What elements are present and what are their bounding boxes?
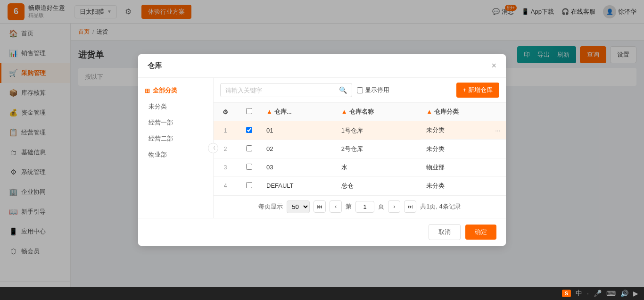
row-code: 03: [261, 158, 336, 176]
table-header-row: ⚙ ▲仓库... ▲仓库名称 ▲仓库分类: [214, 103, 506, 121]
pagination: 每页显示 50 ⏮ ‹ 第 页 › ⏭ 共1页, 4条记录: [214, 195, 506, 218]
sort-icon-cat: ▲: [426, 108, 432, 115]
confirm-button[interactable]: 确定: [465, 225, 496, 240]
row-name: 总仓: [336, 176, 421, 195]
per-page-label: 每页显示: [258, 202, 283, 211]
last-page-button[interactable]: ⏭: [404, 200, 416, 213]
category-item-1[interactable]: 经营一部: [138, 115, 213, 131]
category-sidebar: ⊞ 全部分类 未分类 经营一部 经营二部 物业部 《: [138, 78, 214, 218]
select-all-checkbox[interactable]: [246, 108, 252, 114]
row-number: 4: [214, 176, 237, 195]
status-dot[interactable]: ·: [587, 290, 589, 297]
status-mic[interactable]: 🎤: [594, 290, 602, 297]
status-play[interactable]: ▶: [633, 290, 638, 297]
table-panel: 🔍 显示停用 + 新增仓库 ⚙: [214, 78, 506, 218]
status-lang[interactable]: 中: [576, 289, 582, 298]
row-category: 未分类: [421, 176, 506, 195]
col-name: ▲仓库名称: [336, 103, 421, 121]
row-checkbox-cell: [237, 176, 261, 195]
collapse-button[interactable]: 《: [208, 143, 218, 153]
row-checkbox-cell: [237, 158, 261, 176]
grid-icon: ⊞: [145, 87, 150, 94]
next-page-button[interactable]: ›: [388, 200, 400, 213]
per-page-select[interactable]: 50: [287, 200, 310, 213]
row-checkbox-cell: [237, 121, 261, 140]
row-category: 未分类···: [421, 121, 506, 140]
data-table: ⚙ ▲仓库... ▲仓库名称 ▲仓库分类 1 01 1号仓库 未分类··· 2 …: [214, 103, 506, 195]
sort-icon: ▲: [266, 108, 272, 115]
row-code: 01: [261, 121, 336, 140]
table-row[interactable]: 2 02 2号仓库 未分类: [214, 140, 506, 158]
add-warehouse-button[interactable]: + 新增仓库: [456, 83, 499, 98]
page-unit: 页: [378, 202, 384, 211]
row-number: 1: [214, 121, 237, 140]
prev-page-button[interactable]: ‹: [330, 200, 342, 213]
page-input[interactable]: [355, 201, 374, 213]
status-sound[interactable]: 🔊: [620, 290, 628, 297]
col-settings: ⚙: [214, 103, 237, 121]
row-checkbox[interactable]: [246, 127, 252, 133]
search-box: 🔍: [220, 83, 352, 97]
sort-icon-name: ▲: [341, 108, 347, 115]
category-item-2[interactable]: 经营二部: [138, 131, 213, 147]
table-row[interactable]: 1 01 1号仓库 未分类···: [214, 121, 506, 140]
row-checkbox[interactable]: [246, 182, 252, 188]
status-logo: S: [562, 290, 571, 297]
row-name: 2号仓库: [336, 140, 421, 158]
show-disabled-checkbox[interactable]: [357, 87, 363, 93]
modal-footer: 取消 确定: [138, 218, 506, 246]
warehouse-modal: 仓库 × ⊞ 全部分类 未分类 经营一部 经营二部 物业部 《: [138, 54, 506, 246]
category-item-3[interactable]: 物业部: [138, 147, 213, 163]
row-name: 水: [336, 158, 421, 176]
first-page-button[interactable]: ⏮: [314, 200, 326, 213]
all-categories[interactable]: ⊞ 全部分类: [138, 83, 213, 99]
modal-close-button[interactable]: ×: [491, 61, 496, 71]
row-code: 02: [261, 140, 336, 158]
row-actions-button[interactable]: ···: [495, 127, 500, 134]
modal-overlay: 仓库 × ⊞ 全部分类 未分类 经营一部 经营二部 物业部 《: [0, 0, 644, 300]
row-code: DEFAULT: [261, 176, 336, 195]
table-row[interactable]: 3 03 水 物业部: [214, 158, 506, 176]
row-checkbox-cell: [237, 140, 261, 158]
status-keyboard[interactable]: ⌨: [606, 290, 616, 297]
row-checkbox[interactable]: [246, 145, 252, 151]
row-name: 1号仓库: [336, 121, 421, 140]
table-toolbar: 🔍 显示停用 + 新增仓库: [214, 78, 506, 103]
row-checkbox[interactable]: [246, 164, 252, 170]
modal-body: ⊞ 全部分类 未分类 经营一部 经营二部 物业部 《 🔍: [138, 78, 506, 218]
cancel-button[interactable]: 取消: [429, 224, 461, 240]
row-category: 未分类: [421, 140, 506, 158]
search-input[interactable]: [221, 84, 334, 97]
modal-header: 仓库 ×: [138, 54, 506, 78]
show-disabled-control: 显示停用: [357, 86, 389, 94]
row-category: 物业部: [421, 158, 506, 176]
status-bar: S 中 · 🎤 ⌨ 🔊 ▶: [0, 287, 644, 300]
table-row[interactable]: 4 DEFAULT 总仓 未分类: [214, 176, 506, 195]
col-category: ▲仓库分类: [421, 103, 506, 121]
category-item-0[interactable]: 未分类: [138, 99, 213, 115]
modal-title: 仓库: [148, 61, 162, 70]
col-code: ▲仓库...: [261, 103, 336, 121]
search-icon[interactable]: 🔍: [334, 83, 352, 97]
page-summary: 共1页, 4条记录: [420, 202, 461, 211]
row-number: 3: [214, 158, 237, 176]
page-label: 第: [346, 202, 352, 211]
col-checkbox: [237, 103, 261, 121]
row-category-text: 未分类: [426, 126, 445, 134]
